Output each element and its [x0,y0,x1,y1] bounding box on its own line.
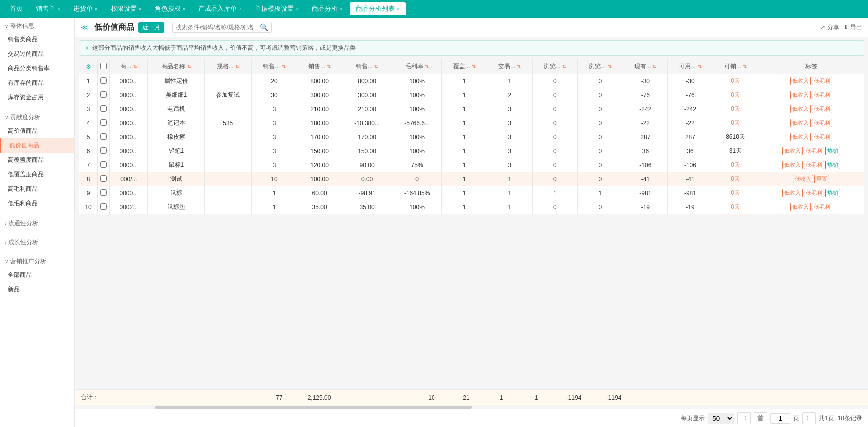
th-settings[interactable]: ⚙ [79,59,98,74]
nav-analysis-close[interactable]: × [340,6,343,12]
row-checkbox[interactable] [100,203,107,210]
nav-roles-close[interactable]: × [183,6,186,12]
browse-link[interactable]: 0 [553,134,557,141]
row-checkbox[interactable] [100,175,107,182]
cell-checkbox[interactable] [98,186,110,200]
browse-link[interactable]: 0 [553,120,557,127]
per-page-select[interactable]: 50 20 100 [708,413,734,424]
th-browse1[interactable]: 浏览... ⇅ [532,59,578,74]
browse-link[interactable]: 0 [553,148,557,155]
sidebar-item-new-products[interactable]: 新品 [0,282,74,297]
th-checkbox[interactable] [98,59,110,74]
th-sales1[interactable]: 销售... ⇅ [252,59,297,74]
sidebar-item-high-coverage[interactable]: 高覆盖度商品 [0,153,74,167]
filter-period-button[interactable]: 近一月 [138,22,164,33]
sidebar-item-high-value[interactable]: 高价值商品 [0,124,74,138]
sidebar-item-low-margin[interactable]: 低毛利商品 [0,196,74,211]
row-checkbox[interactable] [100,161,107,168]
sidebar-item-category-rate[interactable]: 商品分类销售率 [0,61,74,76]
cell-checkbox[interactable] [98,158,110,172]
cell-browse1[interactable]: 0 [532,158,578,172]
nav-purchase[interactable]: 进货单 × [67,2,104,15]
page-number-input[interactable] [770,413,790,424]
browse-link[interactable]: 0 [553,78,557,85]
sidebar-item-traded-products[interactable]: 交易过的商品 [0,47,74,61]
th-available[interactable]: 可用... ⇅ [668,59,713,74]
browse-link[interactable]: 0 [553,162,557,169]
sidebar-item-high-margin[interactable]: 高毛利商品 [0,182,74,196]
th-sales2[interactable]: 销售... ⇅ [297,59,342,74]
browse-link[interactable]: 1 [553,190,557,197]
nav-product-in[interactable]: 产成品入库单 × [192,2,248,15]
sidebar-group-marketing[interactable]: ∨ 营销推广分析 [0,253,74,268]
cell-checkbox[interactable] [98,116,110,130]
browse-link[interactable]: 0 [553,204,557,211]
sidebar-group-overall[interactable]: ∨ 整体信息 [0,18,74,32]
prev-page-button[interactable]: 首 [754,412,767,424]
sidebar-item-low-coverage[interactable]: 低覆盖度商品 [0,167,74,182]
th-saleable[interactable]: 可销... ⇅ [713,59,758,74]
cell-browse1[interactable]: 0 [532,172,578,186]
settings-icon[interactable]: ⚙ [86,63,91,70]
th-name[interactable]: 商品名称 ⇅ [148,59,205,74]
th-spec[interactable]: 规格... ⇅ [205,59,252,74]
nav-permissions-close[interactable]: × [139,6,142,12]
horizontal-scrollbar[interactable] [75,405,868,409]
search-input[interactable] [176,24,258,31]
browse-link[interactable]: 0 [553,92,557,99]
sidebar-group-growth[interactable]: › 成长性分析 [0,234,74,249]
nav-analysis-list-close[interactable]: × [397,6,400,12]
sidebar-group-contribution[interactable]: ∨ 贡献度分析 [0,109,74,124]
cell-browse1[interactable]: 1 [532,186,578,200]
cell-browse1[interactable]: 0 [532,102,578,116]
cell-checkbox[interactable] [98,144,110,158]
cell-checkbox[interactable] [98,200,110,214]
search-icon[interactable]: 🔍 [260,23,268,31]
th-coverage[interactable]: 覆盖... ⇅ [442,59,487,74]
cell-checkbox[interactable] [98,172,110,186]
row-checkbox[interactable] [100,105,107,112]
th-browse2[interactable]: 浏览... ⇅ [578,59,623,74]
nav-analysis-list[interactable]: 商品分析列表 × [350,2,406,15]
nav-analysis[interactable]: 商品分析 × [306,2,349,15]
cell-browse1[interactable]: 0 [532,74,578,88]
export-button[interactable]: ⬇ 导出 [843,23,862,32]
nav-template-close[interactable]: × [296,6,299,12]
sidebar-item-stock-products[interactable]: 有库存的商品 [0,76,74,90]
th-sales3[interactable]: 销售... ⇅ [342,59,392,74]
nav-product-in-close[interactable]: × [239,6,242,12]
cell-browse1[interactable]: 0 [532,88,578,102]
sidebar-item-all-products[interactable]: 全部商品 [0,268,74,282]
table-wrapper[interactable]: ⚙ 商... ⇅ 商品名称 ⇅ 规格... ⇅ 销售... ⇅ 销售... ⇅ … [75,59,868,389]
browse-link[interactable]: 0 [553,176,557,183]
cell-browse1[interactable]: 0 [532,130,578,144]
nav-roles[interactable]: 角色授权 × [149,2,192,15]
th-rate[interactable]: 毛利率 ⇅ [392,59,442,74]
row-checkbox[interactable] [100,133,107,140]
row-checkbox[interactable] [100,119,107,126]
next-page-button[interactable]: 〉 [802,412,816,424]
cell-checkbox[interactable] [98,88,110,102]
row-checkbox[interactable] [100,91,107,98]
cell-checkbox[interactable] [98,102,110,116]
collapse-sidebar-button[interactable]: ≪ [81,23,88,31]
cell-checkbox[interactable] [98,130,110,144]
sidebar-item-sales-products[interactable]: 销售类商品 [0,32,74,47]
browse-link[interactable]: 0 [553,106,557,113]
nav-home[interactable]: 首页 [4,2,29,15]
row-checkbox[interactable] [100,77,107,84]
first-page-button[interactable]: 〈 [737,412,751,424]
th-current[interactable]: 现有... ⇅ [623,59,668,74]
nav-sales[interactable]: 销售单 × [30,2,66,15]
cell-browse1[interactable]: 0 [532,200,578,214]
share-button[interactable]: ↗ 分享 [820,23,839,32]
nav-sales-close[interactable]: × [57,6,60,12]
sidebar-item-stock-capital[interactable]: 库存资金占用 [0,90,74,105]
th-trade[interactable]: 交易... ⇅ [487,59,532,74]
row-checkbox[interactable] [100,147,107,154]
row-checkbox[interactable] [100,189,107,196]
cell-browse1[interactable]: 0 [532,144,578,158]
sidebar-group-flow[interactable]: › 流通性分析 [0,215,74,230]
nav-permissions[interactable]: 权限设置 × [105,2,148,15]
select-all-checkbox[interactable] [100,63,107,69]
